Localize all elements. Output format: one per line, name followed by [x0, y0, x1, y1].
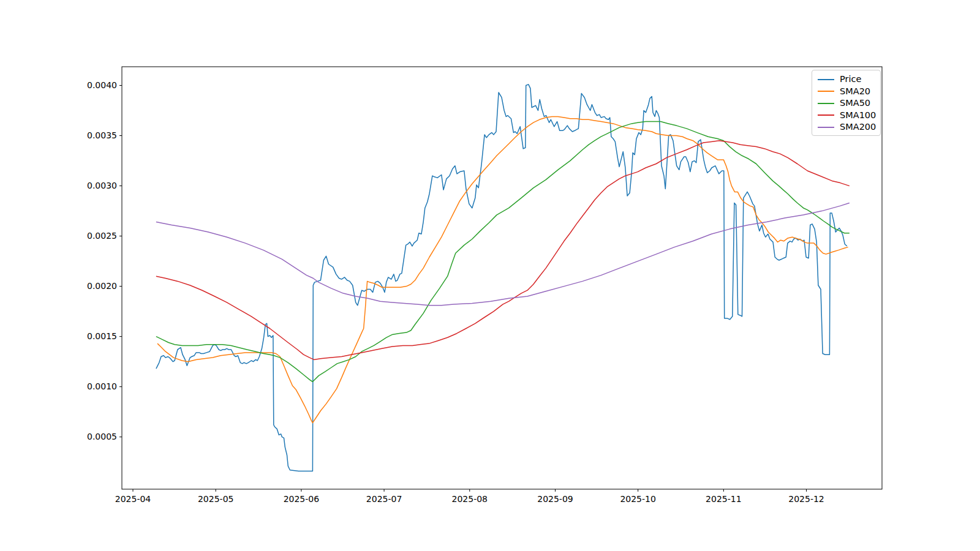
x-tick-label: 2025-04: [115, 494, 151, 504]
sma20-line-swatch-icon: [818, 91, 834, 92]
y-tick-label: 0.0020: [87, 281, 117, 291]
y-tick-label: 0.0035: [87, 130, 117, 140]
price-line-swatch-icon: [818, 79, 834, 80]
x-tick-label: 2025-10: [620, 494, 656, 504]
legend-label: Price: [840, 73, 861, 86]
x-tick-label: 2025-06: [284, 494, 320, 504]
legend-label: SMA20: [840, 86, 870, 98]
x-tick-label: 2025-05: [198, 494, 234, 504]
x-tick-label: 2025-09: [537, 494, 573, 504]
sma200-line-swatch-icon: [818, 127, 834, 128]
x-tick-label: 2025-12: [788, 494, 824, 504]
legend-item-sma50: SMA50: [818, 97, 875, 110]
figure: 2025-042025-052025-062025-072025-082025-…: [0, 0, 980, 551]
y-tick-label: 0.0040: [87, 80, 117, 90]
x-tick-label: 2025-11: [706, 494, 742, 504]
y-tick-label: 0.0010: [87, 381, 117, 391]
legend-label: SMA100: [840, 110, 876, 122]
y-tick-label: 0.0005: [87, 432, 117, 441]
legend: Price SMA20 SMA50 SMA100 SMA200: [812, 70, 881, 136]
y-tick-label: 0.0015: [87, 331, 117, 341]
legend-label: SMA200: [840, 121, 876, 133]
x-tick-label: 2025-08: [452, 494, 488, 504]
y-tick-label: 0.0025: [87, 231, 117, 241]
y-tick-label: 0.0030: [87, 181, 117, 190]
legend-item-price: Price: [818, 73, 875, 86]
legend-label: SMA50: [840, 97, 870, 110]
legend-item-sma20: SMA20: [818, 86, 875, 98]
legend-item-sma100: SMA100: [818, 110, 875, 122]
x-tick-label: 2025-07: [366, 494, 402, 504]
legend-item-sma200: SMA200: [818, 121, 875, 133]
sma100-line-swatch-icon: [818, 114, 834, 116]
sma50-line-swatch-icon: [818, 103, 834, 104]
axes-frame: [122, 67, 882, 489]
